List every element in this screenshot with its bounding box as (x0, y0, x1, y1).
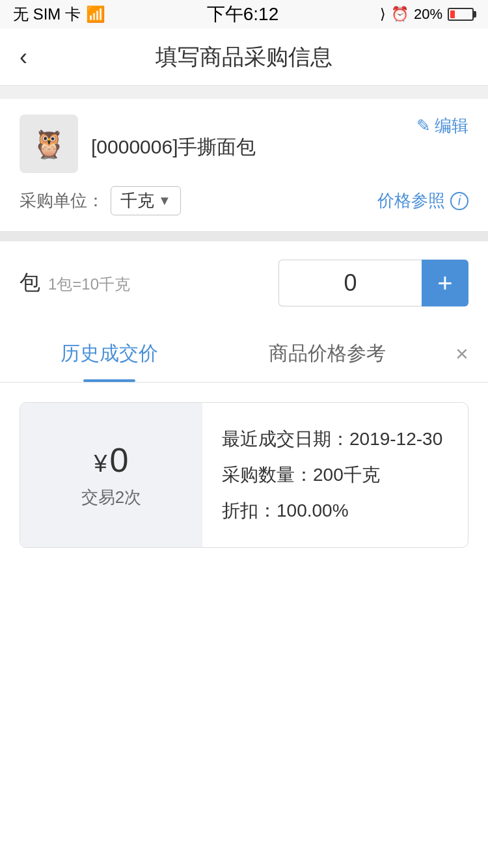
status-right: ⟩ ⏰ 20% (380, 6, 475, 23)
tab-product-price-label: 商品价格参考 (269, 340, 386, 367)
product-name: [0000006]手撕面包 (91, 128, 256, 161)
recent-date-value: 2019-12-30 (349, 429, 442, 449)
quantity-input-area: 0 + (278, 260, 468, 306)
status-bar: 无 SIM 卡 📶 下午6:12 ⟩ ⏰ 20% (0, 0, 488, 29)
purchase-qty-label: 采购数量： (222, 465, 313, 485)
product-thumbnail: 🦉 (20, 115, 78, 173)
page-title: 填写商品采购信息 (156, 42, 332, 72)
alarm-icon: ⏰ (391, 6, 409, 23)
edit-button[interactable]: ✎ 编辑 (416, 115, 468, 137)
section-divider (0, 231, 488, 241)
price-card-left: ¥0 交易2次 (20, 403, 202, 547)
tab-close-button[interactable]: × (436, 325, 488, 382)
discount-row: 折扣：100.00% (222, 498, 448, 523)
price-card: ¥0 交易2次 最近成交日期：2019-12-30 采购数量：200千克 折扣：… (20, 402, 468, 548)
quantity-unit-hint: 1包=10千克 (48, 274, 130, 295)
edit-label: 编辑 (435, 115, 468, 137)
price-card-right: 最近成交日期：2019-12-30 采购数量：200千克 折扣：100.00% (202, 403, 468, 547)
quantity-row: 包 1包=10千克 0 + (0, 241, 488, 325)
price-value: 0 (110, 441, 129, 479)
nav-bar: ‹ 填写商品采购信息 (0, 29, 488, 86)
product-unit-row: 采购单位： 千克 ▼ 价格参照 i (20, 186, 468, 215)
edit-icon: ✎ (416, 116, 431, 136)
status-time: 下午6:12 (207, 2, 279, 27)
price-reference-button[interactable]: 价格参照 i (377, 189, 468, 212)
product-header: 🦉 [0000006]手撕面包 ✎ 编辑 (20, 115, 468, 173)
quantity-input[interactable]: 0 (278, 260, 422, 306)
bottom-panel: 历史成交价 商品价格参考 × ¥0 交易2次 最近成交日期：2019-12-30… (0, 325, 488, 868)
product-card: 🦉 [0000006]手撕面包 ✎ 编辑 采购单位： 千克 ▼ 价格参照 i (0, 99, 488, 231)
dropdown-arrow-icon: ▼ (158, 193, 171, 208)
unit-value: 千克 (120, 189, 154, 212)
trade-count: 交易2次 (81, 486, 141, 509)
tab-product-price-reference[interactable]: 商品价格参考 (218, 325, 436, 382)
product-left: 🦉 [0000006]手撕面包 (20, 115, 256, 173)
tab-historical-price-label: 历史成交价 (61, 340, 158, 367)
product-image-placeholder: 🦉 (32, 128, 66, 160)
status-left: 无 SIM 卡 📶 (13, 4, 105, 25)
tabs-row: 历史成交价 商品价格参考 × (0, 325, 488, 383)
discount-value: 100.00% (277, 500, 349, 521)
quantity-label-area: 包 1包=10千克 (20, 269, 130, 297)
back-button[interactable]: ‹ (20, 44, 27, 71)
recent-date-row: 最近成交日期：2019-12-30 (222, 426, 448, 452)
location-icon: ⟩ (380, 6, 386, 23)
discount-label: 折扣： (222, 500, 277, 521)
content-body (0, 567, 488, 868)
price-ref-label: 价格参照 (377, 189, 445, 212)
purchase-qty-row: 采购数量：200千克 (222, 462, 448, 487)
battery-percent: 20% (414, 6, 442, 23)
recent-date-label: 最近成交日期： (222, 429, 349, 449)
quantity-plus-button[interactable]: + (422, 260, 468, 306)
battery-icon (448, 8, 475, 21)
price-amount: ¥0 (94, 441, 129, 480)
tab-underline (83, 379, 135, 382)
yen-symbol: ¥ (94, 450, 107, 477)
help-icon: i (450, 192, 468, 210)
carrier-text: 无 SIM 卡 (13, 4, 81, 25)
unit-label: 采购单位： (20, 189, 104, 212)
purchase-qty-value: 200千克 (313, 465, 380, 485)
unit-select[interactable]: 千克 ▼ (111, 186, 181, 215)
tab-historical-price[interactable]: 历史成交价 (0, 325, 218, 382)
quantity-unit-name: 包 (20, 269, 40, 297)
wifi-icon: 📶 (86, 5, 105, 23)
